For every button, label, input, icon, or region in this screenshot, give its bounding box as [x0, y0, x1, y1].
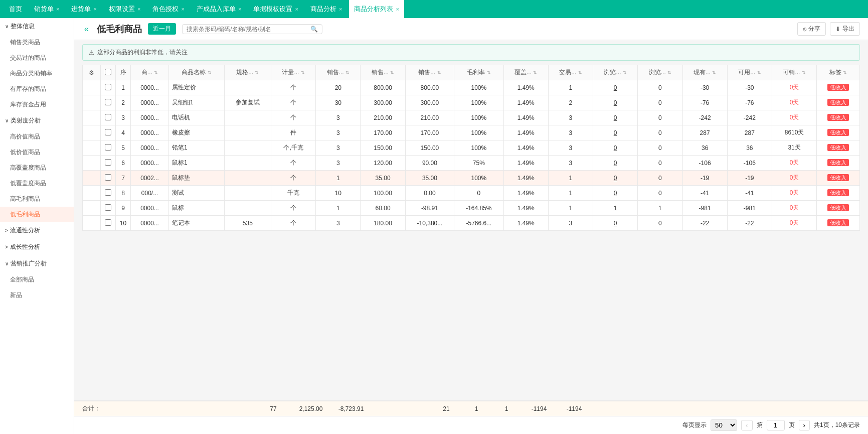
sidebar-group-marketing[interactable]: ∨ 营销推广分析 [0, 255, 74, 272]
prev-page-btn[interactable]: ‹ [741, 420, 752, 430]
sidebar-item-low-value[interactable]: 低价值商品 [0, 144, 74, 160]
browse1-link[interactable]: 1 [614, 205, 617, 212]
sidebar-group-overall[interactable]: ∨ 整体信息 [0, 18, 74, 35]
col-stock-sale[interactable]: 可销... ⇅ [772, 65, 816, 80]
nav-roles[interactable]: 角色授权 × [147, 0, 189, 18]
col-name[interactable]: 商品名称 ⇅ [169, 65, 225, 80]
col-tag[interactable]: 标签 ⇅ [817, 65, 860, 80]
nav-products[interactable]: 产成品入库单 × [192, 0, 246, 18]
row-checkbox[interactable] [105, 84, 111, 90]
sidebar-item-low-profit[interactable]: 低毛利商品 [0, 207, 74, 222]
nav-permissions[interactable]: 权限设置 × [104, 0, 145, 18]
row-browse1[interactable]: 0 [593, 125, 638, 140]
col-stock-current[interactable]: 现有... ⇅ [682, 65, 727, 80]
col-sale-profit[interactable]: 销售... ⇅ [405, 65, 454, 80]
sidebar-item-high-profit[interactable]: 高毛利商品 [0, 191, 74, 207]
sidebar-group-category[interactable]: ∨ 类射度分析 [0, 112, 74, 129]
browse1-link[interactable]: 0 [614, 190, 617, 197]
col-browse2[interactable]: 浏览... ⇅ [638, 65, 682, 80]
row-browse1[interactable]: 0 [593, 110, 638, 125]
browse1-link[interactable]: 0 [614, 99, 617, 106]
row-browse1[interactable]: 0 [593, 140, 638, 156]
sidebar-item-stocked-products[interactable]: 有库存的商品 [0, 81, 74, 97]
col-stock-available[interactable]: 可用... ⇅ [727, 65, 772, 80]
search-icon[interactable]: 🔍 [310, 26, 318, 33]
row-browse1[interactable]: 0 [593, 186, 638, 201]
row-checkbox-cell[interactable] [101, 125, 116, 140]
row-checkbox[interactable] [105, 159, 111, 166]
browse1-link[interactable]: 0 [614, 129, 617, 136]
sidebar-group-flow[interactable]: > 流通性分析 [0, 222, 74, 239]
col-coverage[interactable]: 覆盖... ⇅ [503, 65, 548, 80]
search-input[interactable] [187, 26, 310, 33]
nav-close-products[interactable]: × [237, 6, 241, 12]
share-button[interactable]: ⎋ 分享 [797, 22, 826, 36]
sidebar-item-all-products[interactable]: 全部商品 [0, 272, 74, 287]
row-browse1[interactable]: 0 [593, 216, 638, 231]
row-checkbox-cell[interactable] [101, 140, 116, 156]
row-checkbox[interactable] [105, 144, 111, 151]
browse1-link[interactable]: 0 [614, 160, 617, 167]
sidebar-item-category-rate[interactable]: 商品分类助销率 [0, 66, 74, 81]
row-checkbox[interactable] [105, 129, 111, 135]
sidebar-item-new-products[interactable]: 新品 [0, 287, 74, 303]
row-checkbox[interactable] [105, 174, 111, 181]
col-spec[interactable]: 规格... ⇅ [224, 65, 271, 80]
row-checkbox-cell[interactable] [101, 110, 116, 125]
nav-close-templates[interactable]: × [293, 6, 298, 12]
row-browse1[interactable]: 0 [593, 80, 638, 95]
nav-analysis-list[interactable]: 商品分析列表 × [349, 0, 404, 18]
nav-close-purchase[interactable]: × [92, 6, 96, 12]
nav-close-roles[interactable]: × [180, 6, 184, 12]
browse1-link[interactable]: 0 [614, 220, 617, 227]
browse1-link[interactable]: 0 [614, 84, 617, 91]
export-button[interactable]: ⬇ 导出 [830, 22, 860, 36]
row-checkbox-cell[interactable] [101, 216, 116, 231]
browse1-link[interactable]: 0 [614, 144, 617, 152]
row-browse1[interactable]: 0 [593, 156, 638, 171]
sidebar-item-capital-usage[interactable]: 库存资金占用 [0, 97, 74, 112]
row-checkbox[interactable] [105, 114, 111, 120]
row-browse1[interactable]: 1 [593, 201, 638, 216]
col-checkbox[interactable] [101, 65, 116, 80]
period-button[interactable]: 近一月 [148, 23, 176, 35]
row-checkbox-cell[interactable] [101, 186, 116, 201]
next-page-btn[interactable]: › [799, 420, 810, 430]
nav-close-sales[interactable]: × [55, 6, 59, 12]
sidebar-item-high-value[interactable]: 高价值商品 [0, 129, 74, 144]
per-page-select[interactable]: 50 100 200 [711, 419, 737, 431]
row-checkbox[interactable] [105, 99, 111, 105]
row-checkbox-cell[interactable] [101, 201, 116, 216]
nav-home[interactable]: 首页 [4, 0, 27, 18]
row-checkbox[interactable] [105, 204, 111, 211]
sidebar-group-growth[interactable]: > 成长性分析 [0, 239, 74, 255]
nav-sales[interactable]: 销货单 × [29, 0, 64, 18]
row-checkbox-cell[interactable] [101, 80, 116, 95]
col-gross-margin[interactable]: 毛利率 ⇅ [454, 65, 503, 80]
col-sale-price[interactable]: 销售... ⇅ [361, 65, 405, 80]
nav-purchase[interactable]: 进货单 × [66, 0, 101, 18]
row-checkbox[interactable] [105, 219, 111, 226]
nav-close-permissions[interactable]: × [136, 6, 140, 12]
col-unit[interactable]: 计量... ⇅ [271, 65, 315, 80]
select-all-checkbox[interactable] [105, 69, 111, 75]
col-trade[interactable]: 交易... ⇅ [548, 65, 593, 80]
sidebar-item-low-coverage[interactable]: 低覆盖度商品 [0, 176, 74, 191]
col-sale-qty[interactable]: 销售... ⇅ [316, 65, 361, 80]
nav-analysis[interactable]: 商品分析 × [305, 0, 347, 18]
row-checkbox-cell[interactable] [101, 171, 116, 186]
row-checkbox-cell[interactable] [101, 95, 116, 110]
sidebar-item-sales-products[interactable]: 销售类商品 [0, 35, 74, 50]
browse1-link[interactable]: 0 [614, 175, 617, 182]
sidebar-item-high-coverage[interactable]: 高覆盖度商品 [0, 160, 74, 176]
row-checkbox-cell[interactable] [101, 156, 116, 171]
page-input[interactable] [767, 420, 785, 430]
sidebar-item-traded-products[interactable]: 交易过的商品 [0, 50, 74, 66]
nav-close-analysis[interactable]: × [337, 6, 342, 12]
col-browse1[interactable]: 浏览... ⇅ [593, 65, 638, 80]
row-checkbox[interactable] [105, 189, 111, 196]
browse1-link[interactable]: 0 [614, 114, 617, 121]
row-browse1[interactable]: 0 [593, 171, 638, 186]
row-browse1[interactable]: 0 [593, 95, 638, 110]
col-code[interactable]: 商... ⇅ [131, 65, 169, 80]
